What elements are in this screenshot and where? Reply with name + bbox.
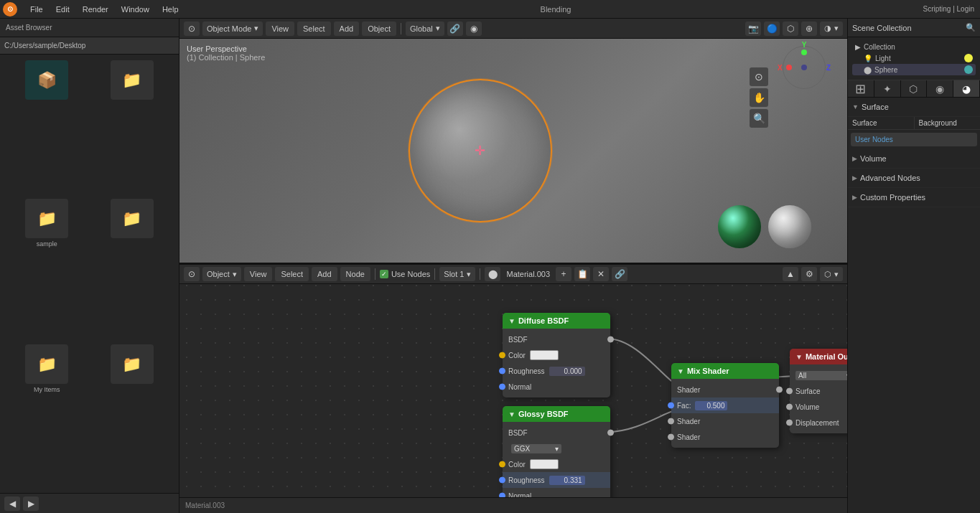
scene-object-light[interactable]: 💡 Light — [852, 52, 976, 64]
output-volume-input[interactable] — [786, 404, 793, 410]
node-node-btn[interactable]: Node — [340, 267, 370, 281]
sphere-icon: ⬤ — [864, 66, 872, 74]
add-btn[interactable]: Add — [334, 22, 360, 36]
pan-icon[interactable]: ✋ — [750, 88, 768, 107]
list-item[interactable]: 📁 sample — [6, 199, 88, 342]
scene-object-collection[interactable]: ▶ Collection — [852, 42, 976, 52]
mix-shader-header: ▼ Mix Shader — [671, 363, 779, 379]
snap-icon[interactable]: 🔗 — [447, 22, 463, 36]
glossy-color-input[interactable] — [499, 461, 505, 468]
glossy-bsdf-socket[interactable] — [607, 430, 614, 436]
material-name-label: Material.003 — [503, 270, 553, 278]
diffuse-color-swatch[interactable] — [530, 350, 559, 360]
advanced-header[interactable]: ▶ Advanced Nodes — [852, 171, 976, 184]
tab-particles[interactable]: ✦ — [874, 80, 901, 97]
diffuse-roughness-label: Roughness — [508, 367, 545, 375]
use-nodes-checkbox[interactable]: ✓ — [380, 270, 388, 278]
right-sidebar-filter[interactable]: 🔍 — [966, 23, 976, 32]
tab-object[interactable]: ◉ — [927, 80, 953, 97]
global-dropdown[interactable]: Global ▾ — [406, 22, 444, 36]
glossy-roughness-value[interactable]: 0.331 — [549, 476, 585, 485]
slot-dropdown[interactable]: Slot 1 ▾ — [439, 267, 475, 281]
diffuse-color-input[interactable] — [499, 352, 505, 359]
node-editor-type-dropdown[interactable]: Object ▾ — [202, 267, 241, 281]
right-sidebar: Scene Collection 🔍 ▶ Collection 💡 Light … — [847, 19, 980, 513]
menu-window[interactable]: Window — [116, 4, 155, 15]
output-target-dropdown[interactable]: All ▾ — [795, 371, 847, 380]
glossy-distribution-row[interactable]: GGX ▾ — [503, 441, 610, 456]
asset-forward-btn[interactable]: ▶ — [23, 496, 39, 511]
diffuse-roughness-value[interactable]: 0.000 — [549, 367, 585, 376]
subtab-background[interactable]: Background — [915, 117, 981, 129]
tab-physics[interactable]: ⬡ — [901, 80, 928, 97]
list-item[interactable]: 📦 — [6, 60, 88, 196]
glossy-color-swatch[interactable] — [530, 459, 559, 469]
material-add-icon[interactable]: + — [556, 267, 571, 281]
glossy-distribution-dropdown[interactable]: GGX ▾ — [511, 444, 561, 453]
node-select-btn[interactable]: Select — [275, 267, 309, 281]
diffuse-bsdf-socket[interactable] — [607, 336, 614, 343]
mix-shader-socket[interactable] — [776, 387, 783, 393]
output-target-row[interactable]: All ▾ — [790, 367, 847, 383]
node-settings-icon[interactable]: ⚙ — [801, 267, 817, 281]
output-displacement-input[interactable] — [786, 420, 793, 426]
object-mode-dropdown[interactable]: Object Mode ▾ — [202, 22, 263, 36]
tab-surface[interactable]: ⊞ — [848, 80, 874, 97]
top-menu: File Edit Render Window Help — [20, 4, 189, 15]
diffuse-bsdf-header: ▼ Diffuse BSDF — [503, 313, 610, 329]
list-item[interactable]: 📁 — [91, 199, 174, 342]
node-editor-up-icon[interactable]: ▲ — [783, 267, 798, 281]
select-btn[interactable]: Select — [297, 22, 331, 36]
node-view-btn[interactable]: View — [244, 267, 273, 281]
menu-file[interactable]: File — [24, 4, 49, 15]
list-item[interactable]: 📁 — [91, 60, 174, 196]
list-item[interactable]: 📁 — [91, 344, 174, 487]
custom-props-header[interactable]: ▶ Custom Properties — [852, 191, 976, 204]
output-surface-input[interactable] — [786, 388, 793, 395]
mix-fac-input[interactable] — [668, 403, 674, 409]
diffuse-normal-input[interactable] — [499, 384, 505, 390]
node-overlay-dropdown[interactable]: ⬡▾ — [820, 267, 843, 281]
menu-help[interactable]: Help — [157, 4, 185, 15]
material-copy-icon[interactable]: 📋 — [574, 267, 590, 281]
view-btn[interactable]: View — [266, 22, 294, 36]
shading-dropdown[interactable]: ◑ ▾ — [820, 22, 843, 36]
node-add-btn[interactable]: Add — [312, 267, 337, 281]
right-sidebar-title: Scene Collection — [852, 24, 912, 32]
glossy-output-row: BSDF — [503, 425, 610, 441]
volume-label: Volume — [860, 154, 887, 163]
viewport-info: User Perspective (1) Collection | Sphere — [187, 44, 265, 62]
menu-edit[interactable]: Edit — [50, 4, 75, 15]
overlays-icon[interactable]: ⬡ — [783, 22, 798, 36]
camera-icon[interactable]: 📷 — [745, 22, 761, 36]
material-delete-icon[interactable]: ✕ — [593, 267, 609, 281]
mix-shader2-input[interactable] — [668, 434, 674, 441]
glossy-roughness-row: Roughness 0.331 — [503, 472, 610, 488]
object-btn[interactable]: Object — [362, 22, 396, 36]
render-mode-icon[interactable]: 🔵 — [764, 22, 780, 36]
zoom-icon[interactable]: 🔍 — [750, 109, 768, 128]
mix-shader1-input[interactable] — [668, 418, 674, 425]
diffuse-bsdf-node[interactable]: ▼ Diffuse BSDF BSDF Color — [503, 313, 610, 397]
menu-render[interactable]: Render — [77, 4, 114, 15]
gizmo-z: Z — [826, 64, 831, 72]
list-item[interactable]: 📁 My Items — [6, 344, 88, 487]
glossy-bsdf-node[interactable]: ▼ Glossy BSDF BSDF GGX ▾ — [503, 406, 610, 507]
glossy-roughness-input[interactable] — [499, 477, 505, 484]
scene-object-sphere[interactable]: ⬤ Sphere — [852, 64, 976, 75]
gizmo-icon[interactable]: ⊕ — [801, 22, 817, 36]
orbit-icon[interactable]: ⊙ — [750, 67, 768, 86]
mix-shader-node[interactable]: ▼ Mix Shader Shader Fac: 0.500 — [671, 363, 779, 448]
material-output-node[interactable]: ▼ Material Output All ▾ Surface — [790, 349, 847, 433]
asset-back-btn[interactable]: ◀ — [4, 496, 20, 511]
proportional-icon[interactable]: ◉ — [466, 22, 482, 36]
tab-material[interactable]: ◕ — [953, 80, 980, 97]
material-link-icon[interactable]: 🔗 — [612, 267, 627, 281]
surface-header[interactable]: ▼ Surface — [852, 100, 976, 113]
diffuse-roughness-input[interactable] — [499, 368, 505, 375]
asset-browser-content: C:/Users/sample/Desktop 📦 📁 📁 sample 📁 — [0, 37, 179, 493]
mix-fac-label: Fac: — [677, 402, 691, 410]
subtab-diffuse[interactable]: Surface — [848, 117, 915, 129]
volume-header[interactable]: ▶ Volume — [852, 152, 976, 165]
mix-fac-value[interactable]: 0.500 — [695, 401, 727, 410]
